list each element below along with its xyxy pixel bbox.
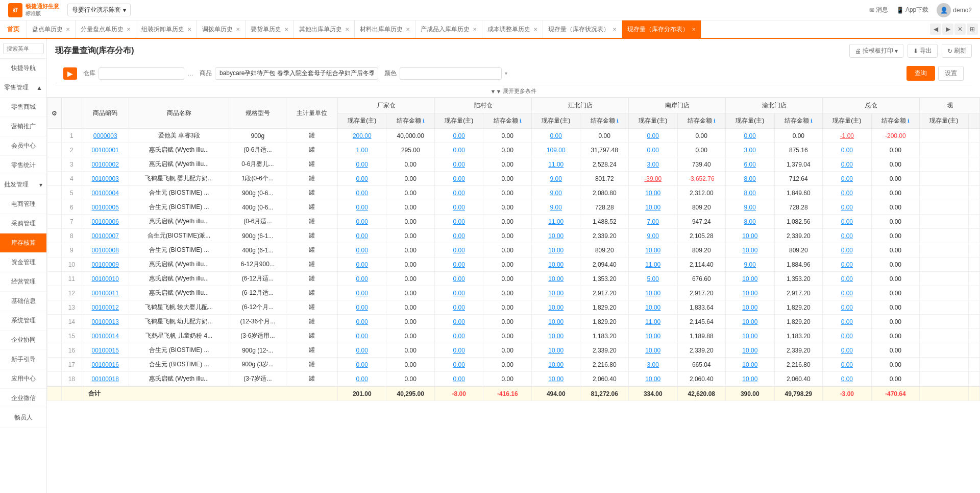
user-area[interactable]: 👤 demo2 (937, 3, 972, 17)
print-button[interactable]: 🖨 按模板打印 ▾ (849, 44, 903, 58)
tab-cailiao[interactable]: 材料出库单历史 ✕ (355, 20, 415, 38)
td-name: 惠氏启赋 (Wyeth illu... (129, 372, 229, 387)
tab-next-btn[interactable]: ▶ (942, 24, 953, 35)
close-icon[interactable]: ✕ (473, 27, 477, 32)
td-na-qty: 10.00 (629, 186, 677, 200)
td-name: 惠氏启赋 (Wyeth illu... (129, 215, 229, 229)
close-icon[interactable]: ✕ (533, 27, 537, 32)
close-icon[interactable]: ✕ (236, 27, 240, 32)
td-tot-qty: 0.00 (823, 143, 871, 157)
td-num: 5 (62, 186, 82, 200)
td-f-amt: 295.00 (386, 143, 435, 157)
td-f-amt: 0.00 (386, 157, 435, 172)
td-check (47, 200, 62, 215)
td-cur-amt (968, 129, 979, 143)
sidebar-item-jingying[interactable]: 经营管理 (0, 272, 46, 292)
td-cur-amt (968, 172, 979, 186)
td-l-qty: 0.00 (435, 286, 483, 300)
filter-bar: ▶ 仓库 … 商品 颜色 ▾ 查询 设置 (55, 62, 972, 85)
close-icon[interactable]: ✕ (284, 27, 288, 32)
sidebar-item-xinshou[interactable]: 新手引导 (0, 350, 46, 369)
app-download-link[interactable]: 📱 App下载 (896, 6, 928, 14)
tab-chengben[interactable]: 成本调整单历史 ✕ (482, 20, 543, 38)
sidebar-item-kuaijie[interactable]: 快捷导航 (0, 59, 46, 78)
sidebar-item-pifa[interactable]: 批发管理 ▾ (0, 175, 46, 195)
tab-expand-btn[interactable]: ⊞ (967, 24, 978, 35)
gear-icon[interactable]: ⚙ (52, 110, 57, 117)
tab-chanpin[interactable]: 产成品入库单历史 ✕ (415, 20, 482, 38)
td-tot-amt: 0.00 (871, 257, 920, 272)
tab-zuhe[interactable]: 组装拆卸单历史 ✕ (136, 20, 197, 38)
tab-yaohuo[interactable]: 要货单历史 ✕ (246, 20, 294, 38)
td-tot-amt: 0.00 (871, 243, 920, 257)
tab-xianzai1[interactable]: 现存量（库存状况表） ✕ (543, 20, 622, 38)
tab-fenpandian[interactable]: 分量盘点单历史 ✕ (76, 20, 136, 38)
close-icon[interactable]: ✕ (406, 27, 410, 32)
industry-selector[interactable]: 母婴行业演示陈套 ▾ (67, 4, 131, 16)
query-button[interactable]: 查询 (906, 66, 935, 81)
message-link[interactable]: ✉ 消息 (869, 6, 888, 14)
sidebar-item-tongji[interactable]: 零售统计 (0, 156, 46, 175)
printer-icon: 🖨 (855, 48, 861, 55)
sidebar-item-jichu[interactable]: 基础信息 (0, 292, 46, 311)
td-cur-qty (920, 186, 968, 200)
th-total: 总仓 (823, 98, 920, 113)
sidebar-item-huiyuan[interactable]: 会员中心 (0, 136, 46, 156)
td-name: 爱他美 卓睿3段 (129, 129, 229, 143)
close-icon[interactable]: ✕ (345, 27, 349, 32)
th-cur-qty: 现存量(主) (920, 113, 968, 129)
close-icon[interactable]: ✕ (612, 27, 617, 32)
sidebar-item-caigou[interactable]: 采购管理 (0, 214, 46, 233)
td-f-qty: 0.00 (338, 243, 386, 257)
export-button[interactable]: ⬇ 导出 (908, 44, 938, 58)
sidebar-item-xitong[interactable]: 系统管理 (0, 311, 46, 331)
th-cur-amt (968, 113, 979, 129)
td-yb-amt: 2,339.20 (774, 343, 823, 358)
sidebar-item-kucun[interactable]: 库存核算 (0, 233, 46, 253)
tab-home[interactable]: 首页 (0, 20, 27, 38)
tab-diaopei[interactable]: 调拨单历史 ✕ (197, 20, 246, 38)
warehouse-dots-btn[interactable]: … (187, 70, 193, 77)
sidebar-item-yingyong[interactable]: 应用中心 (0, 369, 46, 389)
color-input[interactable] (400, 67, 502, 80)
expand-trigger[interactable]: ▼▼ 展开更多条件 (491, 87, 537, 95)
td-jb-amt: 728.28 (580, 200, 629, 215)
close-icon[interactable]: ✕ (127, 27, 131, 32)
goods-input[interactable] (215, 67, 378, 80)
sum-l-amt: -416.16 (483, 386, 532, 401)
refresh-button[interactable]: ↻ 刷新 (942, 44, 972, 58)
tab-pandian[interactable]: 盘点单历史 ✕ (27, 20, 76, 38)
color-dropdown-icon[interactable]: ▾ (505, 71, 507, 76)
td-na-qty: 10.00 (629, 243, 677, 257)
td-yb-amt: 2,917.20 (774, 286, 823, 300)
sidebar-item-weixin[interactable]: 企业微信 (0, 389, 46, 408)
tab-close-btn[interactable]: ✕ (954, 24, 966, 35)
close-icon[interactable]: ✕ (692, 27, 696, 32)
sidebar-item-yingxiao[interactable]: 营销推广 (0, 117, 46, 136)
td-cur-qty (920, 286, 968, 300)
sidebar-item-shangcheng[interactable]: 零售商城 (0, 98, 46, 117)
sidebar-item-zijin[interactable]: 资金管理 (0, 253, 46, 272)
th-unit: 主计量单位 (286, 98, 338, 129)
sidebar-item-lingshou[interactable]: 零售管理 ▲ (0, 78, 46, 98)
logo-icon: 好 (8, 3, 22, 17)
sidebar-item-qiye[interactable]: 企业协同 (0, 331, 46, 350)
tab-prev-btn[interactable]: ◀ (930, 24, 941, 35)
warehouse-input[interactable] (99, 67, 184, 80)
setting-button[interactable]: 设置 (938, 66, 964, 81)
app-download-label: App下载 (905, 6, 928, 14)
search-input[interactable] (3, 43, 44, 54)
td-cur-amt (968, 343, 979, 358)
td-tot-amt: 0.00 (871, 143, 920, 157)
td-unit: 罐 (286, 343, 338, 358)
close-icon[interactable]: ✕ (66, 27, 70, 32)
tab-qitachuku[interactable]: 其他出库单历史 ✕ (294, 20, 355, 38)
sidebar-item-dianshang[interactable]: 电商管理 (0, 195, 46, 214)
filter-toggle-btn[interactable]: ▶ (63, 67, 77, 80)
td-yb-amt: 809.20 (774, 243, 823, 257)
chevron-icon: ▲ (36, 84, 42, 91)
sidebar-item-changyuan[interactable]: 畅员人 (0, 408, 46, 428)
tab-xianzai2[interactable]: 现存量（库存分布表） ✕ (622, 20, 701, 38)
td-na-amt: 0.00 (677, 129, 726, 143)
close-icon[interactable]: ✕ (187, 27, 191, 32)
